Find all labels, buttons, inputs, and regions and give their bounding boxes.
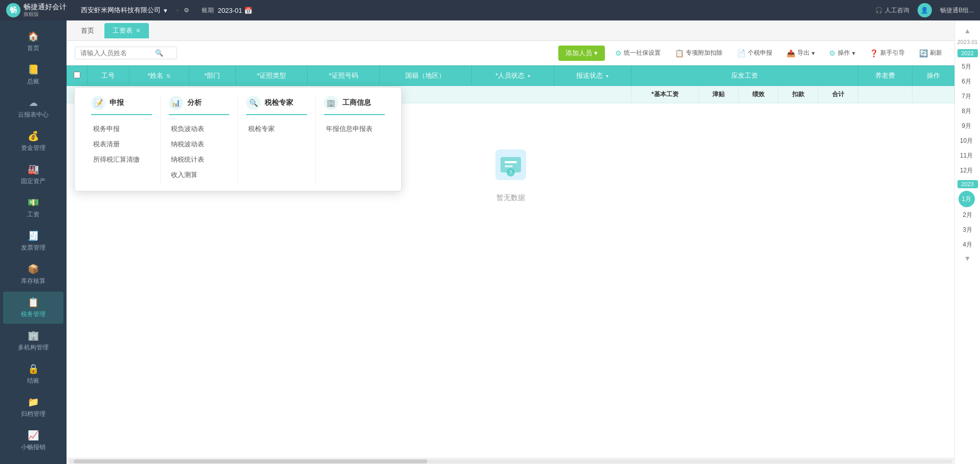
timeline-month-2022-12月[interactable]: 12月 <box>957 163 976 178</box>
tax-management-icon: 📋 <box>28 297 39 308</box>
user-avatar[interactable]: 👤 <box>918 3 932 17</box>
inventory-icon: 📦 <box>28 263 39 275</box>
operation-btn[interactable]: ⚙ 操作 ▾ <box>825 47 859 59</box>
export-dropdown-icon: ▾ <box>812 50 815 57</box>
support-btn[interactable]: 🎧 人工咨询 <box>875 6 909 15</box>
dropdown-item-tax-statistics[interactable]: 纳税统计表 <box>169 152 230 167</box>
dropdown-item-tax-expert[interactable]: 税检专家 <box>246 121 307 137</box>
fund-management-icon: 💰 <box>28 130 39 142</box>
select-all-checkbox[interactable] <box>74 72 80 78</box>
col-id-number: *证照号码 <box>308 66 380 86</box>
sidebar-item-fixed-assets[interactable]: 🏭 固定资产 <box>3 159 63 191</box>
period-value: 2023-01 <box>218 7 243 14</box>
dropdown-item-income-tax-settlement[interactable]: 所得税汇算清缴 <box>91 152 152 167</box>
checkbox-header[interactable] <box>67 66 88 86</box>
sidebar-item-fund-management[interactable]: 💰 资金管理 <box>3 125 63 158</box>
company-selector[interactable]: 西安虾米网络科技有限公司 ▾ <box>77 4 171 17</box>
tab-salary-table[interactable]: 工资表 ✕ <box>104 23 149 38</box>
dropdown-sections: 📝 申报 税务申报 税表清册 所得税汇算清缴 📊 分析 税负波动表 纳税波动表 … <box>83 96 393 183</box>
new-guide-icon: ❓ <box>869 49 878 57</box>
section-header-declaration: 📝 申报 <box>91 96 152 115</box>
sidebar-item-cloud-reports[interactable]: ☁ 云报表中心 <box>3 92 63 124</box>
sub-col-base-wage: *基本工资 <box>631 86 699 103</box>
fixed-assets-icon: 🏭 <box>28 164 39 175</box>
company-settings-btn[interactable]: ⚙ <box>184 7 189 14</box>
dropdown-item-income-calculation[interactable]: 收入测算 <box>169 167 230 183</box>
general-ledger-icon: 📒 <box>28 64 39 75</box>
tab-home[interactable]: 首页 <box>73 23 102 38</box>
timeline-month-2022-11月[interactable]: 11月 <box>957 148 976 163</box>
timeline-month-2023-3月[interactable]: 3月 <box>959 223 977 237</box>
section-title-tax-expert: 税检专家 <box>265 98 293 107</box>
sidebar-item-close-period[interactable]: 🔒 结账 <box>3 358 63 390</box>
sidebar-label-inventory: 库存核算 <box>21 277 46 285</box>
sidebar-item-multi-org[interactable]: 🏢 多机构管理 <box>3 325 63 357</box>
social-insurance-btn[interactable]: ⚙ 统一社保设置 <box>611 47 665 59</box>
timeline-month-2022-10月[interactable]: 10月 <box>957 134 976 148</box>
new-guide-btn[interactable]: ❓ 新手引导 <box>865 47 909 59</box>
section-header-tax-expert: 🔍 税检专家 <box>246 96 307 115</box>
timeline-month-2022-8月[interactable]: 8月 <box>957 104 976 118</box>
sidebar-item-general-ledger[interactable]: 📒 总账 <box>3 59 63 91</box>
timeline-month-2022-9月[interactable]: 9月 <box>957 119 976 133</box>
sidebar-label-sales: 小畅报销 <box>21 443 46 452</box>
dropdown-arrow-icon: ▾ <box>594 49 598 57</box>
timeline-up-arrow[interactable]: ▲ <box>962 25 974 37</box>
dropdown-section-tax-expert: 🔍 税检专家 税检专家 <box>238 96 316 183</box>
sidebar-item-invoice-management[interactable]: 🧾 发票管理 <box>3 225 63 257</box>
timeline-down-arrow[interactable]: ▼ <box>962 252 974 264</box>
scroll-track <box>69 459 952 463</box>
sidebar-item-inventory[interactable]: 📦 库存核算 <box>3 258 63 291</box>
toolbar: 🔍 添加人员 ▾ ⚙ 统一社保设置 📋 专项附加扣除 📄 个税申报 📤 导出 <box>67 41 954 65</box>
col-pension: 养老费 <box>858 66 912 86</box>
top-bar-right: 🎧 人工咨询 👤 畅捷通B组... <box>875 3 974 17</box>
col-status: *人员状态 ▾ <box>472 66 554 86</box>
scroll-thumb[interactable] <box>74 459 427 463</box>
section-title-analysis: 分析 <box>187 98 202 107</box>
dropdown-section-business-info: 🏢 工商信息 年报信息申报表 <box>316 96 394 183</box>
sidebar-item-home[interactable]: 🏠 首页 <box>3 26 63 58</box>
home-icon: 🏠 <box>28 31 39 42</box>
tab-close-btn[interactable]: ✕ <box>136 27 141 34</box>
timeline-month-2022-6月[interactable]: 6月 <box>957 74 976 89</box>
declaration-icon: 📝 <box>91 96 105 110</box>
col-operation: 操作 <box>912 66 954 86</box>
refresh-btn[interactable]: 🔄 刷新 <box>915 47 946 59</box>
dropdown-item-tax-form-clearance[interactable]: 税表清册 <box>91 137 152 152</box>
sidebar-label-tax-management: 税务管理 <box>21 310 46 319</box>
add-person-button[interactable]: 添加人员 ▾ <box>558 46 605 61</box>
cloud-reports-icon: ☁ <box>29 97 38 108</box>
special-deduction-btn[interactable]: 📋 专项附加扣除 <box>671 47 727 59</box>
timeline-month-2023-2月[interactable]: 2月 <box>959 208 977 222</box>
horizontal-scrollbar[interactable] <box>67 458 954 464</box>
timeline-month-2022-7月[interactable]: 7月 <box>957 89 976 103</box>
sidebar-item-sales[interactable]: 📈 小畅报销 <box>3 425 63 457</box>
timeline-month-2023-4月[interactable]: 4月 <box>959 237 977 252</box>
section-header-business-info: 🏢 工商信息 <box>324 96 385 115</box>
sidebar-label-close-period: 结账 <box>27 377 39 385</box>
tab-bar: 首页 工资表 ✕ <box>67 20 954 41</box>
headset-icon: 🎧 <box>875 7 883 14</box>
sidebar-item-salary[interactable]: 💵 工资 <box>3 192 63 224</box>
dropdown-item-tax-filing[interactable]: 税务申报 <box>91 121 152 137</box>
search-input[interactable] <box>80 49 152 57</box>
calendar-icon[interactable]: 📅 <box>244 7 252 14</box>
sub-col-total: 合计 <box>818 86 858 103</box>
sidebar-item-tax-management[interactable]: 📋 税务管理 <box>3 292 63 324</box>
sidebar: 🏠 首页 📒 总账 ☁ 云报表中心 💰 资金管理 🏭 固定资产 💵 工资 🧾 发… <box>0 20 67 464</box>
svg-rect-3 <box>505 165 513 167</box>
dropdown-item-tax-fluctuation[interactable]: 税负波动表 <box>169 121 230 137</box>
dropdown-item-annual-report[interactable]: 年报信息申报表 <box>324 121 385 137</box>
export-btn[interactable]: 📤 导出 ▾ <box>782 47 819 59</box>
sidebar-item-archive[interactable]: 📁 归档管理 <box>3 391 63 424</box>
timeline-month-2023-1月[interactable]: 1月 <box>959 191 975 207</box>
sub-col-performance: 绩效 <box>738 86 778 103</box>
sidebar-label-invoice-management: 发票管理 <box>21 244 46 252</box>
sidebar-label-fund-management: 资金管理 <box>21 144 46 152</box>
timeline-month-2022-5月[interactable]: 5月 <box>957 59 976 74</box>
dropdown-item-tax-payment-fluctuation[interactable]: 纳税波动表 <box>169 137 230 152</box>
sub-col-pension <box>858 86 912 103</box>
tax-return-btn[interactable]: 📄 个税申报 <box>733 47 776 59</box>
app-logo: 畅 畅捷通好会计 旗舰版 <box>6 3 67 18</box>
sidebar-item-basic-settings[interactable]: ⚙ 基础设置 <box>3 458 63 464</box>
